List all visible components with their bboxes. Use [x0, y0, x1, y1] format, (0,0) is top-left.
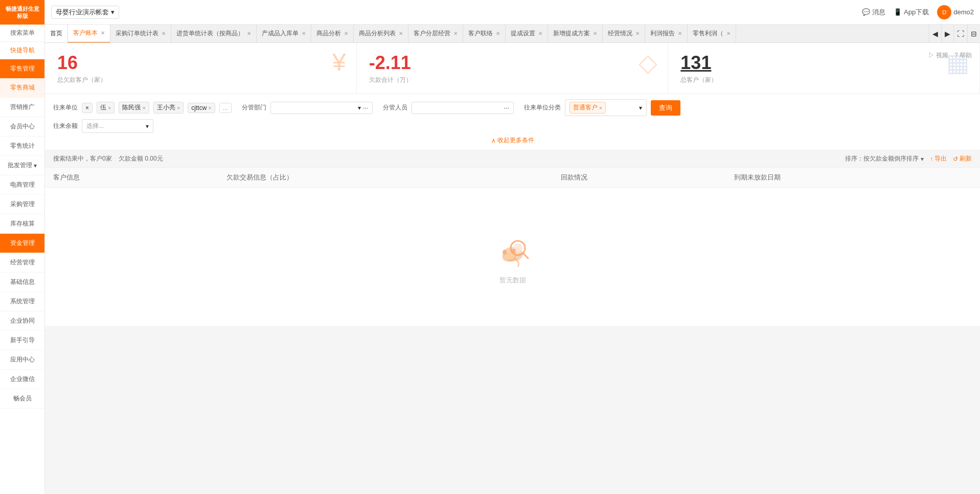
- app-download-button[interactable]: 📱 App下载: [894, 8, 929, 17]
- tab-close-product-analysis[interactable]: ✕: [344, 31, 348, 36]
- unit-type-tag-close[interactable]: ×: [599, 105, 602, 111]
- tab-close-retail-profit[interactable]: ✕: [726, 31, 731, 36]
- sidebar-item-system-mgmt[interactable]: 系统管理: [0, 292, 44, 311]
- sidebar-item-retail-mall[interactable]: 零售商城: [0, 78, 44, 98]
- sidebar-item-purchase-mgmt[interactable]: 采购管理: [0, 195, 44, 214]
- chevron-down-icon: ▾: [34, 162, 37, 169]
- tabs-prev-btn[interactable]: ◀: [929, 25, 941, 43]
- tab-customer-account[interactable]: 客户账本 ✕: [68, 25, 110, 43]
- sidebar-item-enterprise-wechat[interactable]: 企业微信: [0, 370, 44, 389]
- filter-tag-wang-close[interactable]: ×: [177, 105, 180, 111]
- dept-dropdown[interactable]: ▾ ···: [270, 102, 373, 114]
- total-customers-label: 总客户（家）: [680, 76, 717, 84]
- unit-type-tag: 普通客户 ×: [569, 102, 606, 114]
- col-arrears-info: 欠款交易信息（占比）: [218, 168, 553, 188]
- refresh-button[interactable]: ↺ 刷新: [953, 154, 972, 163]
- chevron-down-icon: ▾: [111, 8, 115, 16]
- version-selector[interactable]: 母婴行业演示帐套 ▾: [51, 6, 119, 19]
- tab-purchase-order-stats[interactable]: 采购订单统计表 ✕: [110, 25, 171, 43]
- tab-product-analysis[interactable]: 商品分析 ✕: [311, 25, 354, 43]
- avatar: D: [937, 5, 951, 19]
- tabs-fullscreen-btn[interactable]: ⛶: [953, 25, 967, 43]
- chevron-down-icon: ▾: [358, 104, 361, 111]
- sidebar-item-enterprise-collab[interactable]: 企业协同: [0, 311, 44, 331]
- tab-customer-segment[interactable]: 客户分层经营 ✕: [408, 25, 463, 43]
- sidebar-item-member-center[interactable]: 会员中心: [0, 117, 44, 137]
- tabs-next-btn[interactable]: ▶: [941, 25, 953, 43]
- sidebar-item-finance-mgmt[interactable]: 资金管理: [0, 234, 44, 253]
- user-menu[interactable]: D demo2: [937, 5, 974, 19]
- sidebar-item-ecommerce-mgmt[interactable]: 电商管理: [0, 175, 44, 195]
- tab-home[interactable]: 首页: [45, 25, 68, 43]
- top-bar-right: 💬 消息 📱 App下载 D demo2: [862, 5, 974, 19]
- col-customer-info: 客户信息: [45, 168, 218, 188]
- filter-row-2: 往来余额 选择... ▾: [53, 119, 972, 133]
- tab-close-customer-segment[interactable]: ✕: [453, 31, 458, 36]
- sidebar-item-retail-stats[interactable]: 零售统计: [0, 137, 44, 156]
- tabs-bar: 首页 客户账本 ✕ 采购订单统计表 ✕ 进货单统计表（按商品） ✕ 产成品入库单…: [45, 25, 980, 43]
- sort-button[interactable]: 排序：按欠款金额倒序排序 ▾: [845, 154, 924, 163]
- empty-state: 暂无数据: [45, 188, 980, 326]
- person-dropdown[interactable]: ···: [412, 102, 514, 114]
- dots-icon: ···: [363, 104, 368, 111]
- sidebar-item-retail-mgmt[interactable]: 零售管理: [0, 59, 44, 78]
- tab-close-incoming-stats[interactable]: ✕: [247, 31, 251, 36]
- tab-product-inbound[interactable]: 产成品入库单 ✕: [257, 25, 311, 43]
- sidebar-item-member[interactable]: 畅会员: [0, 389, 44, 409]
- sidebar-item-search[interactable]: 搜索菜单: [0, 25, 44, 42]
- tab-close-raise-settings[interactable]: ✕: [538, 31, 542, 36]
- query-button[interactable]: 查询: [651, 100, 680, 116]
- tab-profit-report[interactable]: 利润报告 ✕: [645, 25, 688, 43]
- tab-incoming-stats[interactable]: 进货单统计表（按商品） ✕: [171, 25, 257, 43]
- tab-close-customer-contact[interactable]: ✕: [496, 31, 500, 36]
- sidebar-item-inventory-check[interactable]: 库存核算: [0, 214, 44, 234]
- tab-customer-contact[interactable]: 客户联络 ✕: [463, 25, 506, 43]
- sidebar-item-new-guide[interactable]: 新手引导: [0, 331, 44, 350]
- question-icon: ?: [954, 52, 958, 59]
- tab-operations[interactable]: 经营情况 ✕: [603, 25, 645, 43]
- top-right-links: ▷ 视频 ? 帮助: [928, 51, 972, 60]
- export-button[interactable]: ↑ 导出: [930, 154, 947, 163]
- tab-new-raise-plan[interactable]: 新增提成方案 ✕: [548, 25, 603, 43]
- unit-type-filter-label: 往来单位分类: [524, 103, 561, 112]
- yen-bg-icon: ¥: [332, 48, 346, 76]
- filter-tag-cjttcw-close[interactable]: ×: [208, 105, 211, 111]
- search-result-bar: 搜索结果中，客户0家 欠款金额 0.00元 排序：按欠款金额倒序排序 ▾ ↑ 导…: [45, 150, 980, 168]
- help-link[interactable]: ? 帮助: [954, 51, 972, 60]
- chevron-down-icon3: ▾: [639, 104, 642, 111]
- content-area: ¥ 16 总欠款客户（家） ◇ -2.11 欠款合计（万） ▦ 131 总客户（…: [45, 43, 980, 494]
- collapse-button[interactable]: ∧ 收起更多条件: [491, 136, 534, 145]
- main-area: 母婴行业演示帐套 ▾ 💬 消息 📱 App下载 D demo2: [45, 0, 980, 494]
- tab-close-operations[interactable]: ✕: [635, 31, 640, 36]
- filter-tag-cjttcw: cjttcw ×: [188, 103, 215, 113]
- balance-dropdown[interactable]: 选择... ▾: [82, 119, 153, 133]
- filter-tag-wu-close[interactable]: ×: [108, 105, 111, 111]
- unit-type-dropdown[interactable]: 普通客户 × ▾: [565, 99, 647, 116]
- customers-label: 总欠款客户（家）: [57, 76, 106, 84]
- filter-bar: 往来单位 × 伍 × 陈民强 × 王小亮: [45, 94, 980, 150]
- filter-tag-chen-close[interactable]: ×: [142, 105, 145, 111]
- sidebar-item-quick-nav[interactable]: 快捷导航: [0, 42, 44, 59]
- sidebar-item-wholesale-mgmt[interactable]: 批发管理 ▾: [0, 156, 44, 175]
- tab-close-profit-report[interactable]: ✕: [678, 31, 682, 36]
- summary-card-amount: ◇ -2.11 欠款合计（万）: [357, 43, 669, 94]
- tab-retail-profit[interactable]: 零售利润（ ✕: [688, 25, 736, 43]
- tab-product-analysis-list[interactable]: 商品分析列表 ✕: [354, 25, 408, 43]
- sidebar-item-operations-mgmt[interactable]: 经营管理: [0, 253, 44, 273]
- page-content: ¥ 16 总欠款客户（家） ◇ -2.11 欠款合计（万） ▦ 131 总客户（…: [45, 43, 980, 326]
- sidebar-item-basic-info[interactable]: 基础信息: [0, 273, 44, 292]
- tab-close-new-raise-plan[interactable]: ✕: [593, 31, 597, 36]
- message-button[interactable]: 💬 消息: [862, 8, 885, 17]
- tabs-more-btn[interactable]: ⊟: [967, 25, 980, 43]
- filter-tags-more[interactable]: ...: [219, 103, 232, 113]
- filter-tag-wu: 伍 ×: [97, 102, 115, 114]
- tab-raise-settings[interactable]: 提成设置 ✕: [506, 25, 548, 43]
- tab-close-customer-account[interactable]: ✕: [101, 30, 105, 36]
- tab-close-product-inbound[interactable]: ✕: [302, 31, 306, 36]
- tab-close-purchase-order-stats[interactable]: ✕: [162, 31, 166, 36]
- sidebar-item-app-center[interactable]: 应用中心: [0, 350, 44, 370]
- video-link[interactable]: ▷ 视频: [928, 51, 948, 60]
- tab-close-product-analysis-list[interactable]: ✕: [399, 31, 403, 36]
- sidebar-item-marketing[interactable]: 营销推广: [0, 98, 44, 117]
- search-result-text: 搜索结果中，客户0家 欠款金额 0.00元: [53, 154, 163, 163]
